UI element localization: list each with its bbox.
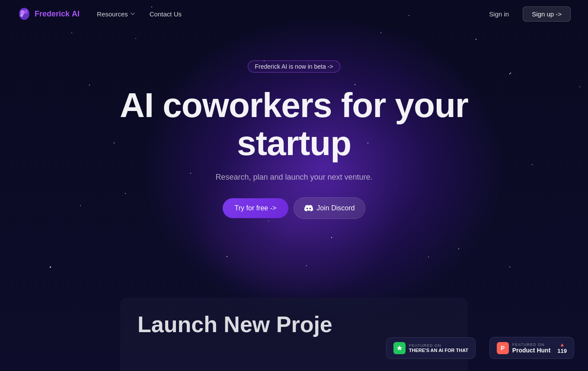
aft-name: THERE'S AN AI FOR THAT bbox=[409, 348, 468, 353]
svg-point-3 bbox=[20, 14, 23, 17]
star bbox=[135, 38, 136, 39]
navbar: Frederick AI Resources Contact Us Sign i… bbox=[0, 0, 588, 28]
bottom-card-preview: Launch New Proje bbox=[120, 298, 468, 371]
nav-left: Frederick AI Resources Contact Us bbox=[17, 7, 182, 21]
aft-icon bbox=[393, 342, 406, 354]
nav-links: Resources Contact Us bbox=[97, 10, 182, 18]
star bbox=[476, 39, 476, 40]
logo-text: Frederick AI bbox=[35, 10, 80, 19]
star bbox=[428, 257, 429, 257]
beta-badge[interactable]: Frederick AI is now in beta -> bbox=[248, 60, 341, 73]
hero-section: Frederick AI is now in beta -> AI cowork… bbox=[0, 60, 588, 219]
star bbox=[71, 32, 72, 33]
signin-button[interactable]: Sign in bbox=[482, 7, 516, 21]
chevron-down-icon bbox=[130, 11, 136, 17]
launch-text: Launch New Proje bbox=[137, 311, 451, 337]
try-for-free-button[interactable]: Try for free -> bbox=[223, 198, 289, 218]
ph-vote-count: 119 bbox=[557, 348, 567, 354]
star bbox=[268, 221, 269, 222]
logo-icon bbox=[17, 7, 31, 21]
hero-title: AI coworkers for your startup bbox=[120, 86, 468, 162]
product-hunt-badge[interactable]: P FEATURED ON Product Hunt ▲ 119 bbox=[489, 337, 574, 359]
svg-point-1 bbox=[20, 10, 25, 15]
logo[interactable]: Frederick AI bbox=[17, 7, 80, 21]
ph-name: Product Hunt bbox=[512, 347, 551, 354]
star bbox=[509, 266, 510, 267]
ph-featured-label: FEATURED ON bbox=[512, 342, 551, 347]
nav-link-resources[interactable]: Resources bbox=[97, 10, 136, 18]
hero-buttons: Try for free -> Join Discord bbox=[223, 197, 366, 219]
signup-button[interactable]: Sign up -> bbox=[523, 6, 571, 22]
join-discord-button[interactable]: Join Discord bbox=[294, 197, 365, 219]
ph-upvote-icon: ▲ bbox=[559, 342, 565, 348]
discord-icon bbox=[304, 204, 313, 212]
star bbox=[458, 248, 459, 249]
hero-subtitle: Research, plan and launch your next vent… bbox=[215, 173, 372, 182]
nav-right: Sign in Sign up -> bbox=[482, 6, 571, 22]
aft-featured-label: FEATURED ON bbox=[409, 343, 468, 348]
product-hunt-icon: P bbox=[497, 342, 509, 354]
star bbox=[227, 256, 227, 257]
star bbox=[50, 266, 51, 268]
star bbox=[380, 32, 381, 33]
aft-badge[interactable]: FEATURED ON THERE'S AN AI FOR THAT bbox=[386, 337, 476, 359]
beta-badge-text: Frederick AI is now in beta -> bbox=[255, 63, 333, 70]
aft-text: FEATURED ON THERE'S AN AI FOR THAT bbox=[409, 343, 468, 353]
ph-text: FEATURED ON Product Hunt bbox=[512, 342, 551, 354]
ph-count: ▲ 119 bbox=[557, 342, 567, 354]
star bbox=[306, 265, 307, 266]
nav-link-contact[interactable]: Contact Us bbox=[150, 10, 182, 18]
star bbox=[331, 237, 332, 238]
svg-point-2 bbox=[24, 10, 28, 14]
